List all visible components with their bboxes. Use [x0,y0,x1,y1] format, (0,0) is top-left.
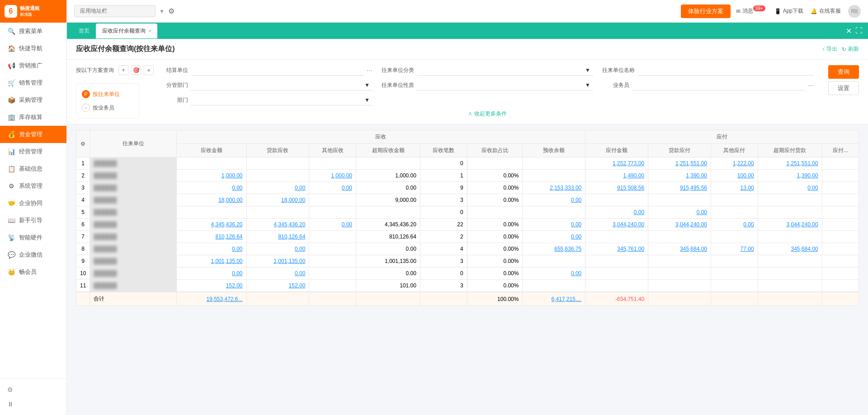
table-cell[interactable]: 1,390.00 [648,170,711,182]
sidebar-item-wechat[interactable]: 💬 企业微信 [0,246,66,263]
table-cell[interactable]: 1,001,135.00 [246,255,309,267]
table-cell[interactable]: 100.00 [711,170,758,182]
table-cell[interactable]: 915,508.56 [585,182,648,194]
sidebar-settings-btn[interactable]: ⚙ [0,382,66,397]
sidebar-item-finance[interactable]: 💰 资金管理 [0,126,66,143]
filter-option-salesman[interactable]: ○ 按业务员 [76,101,139,114]
table-cell[interactable]: 4,345,436.20 [246,219,309,231]
table-cell[interactable]: 152.00 [246,280,309,292]
table-cell[interactable]: 345,761.00 [585,243,648,255]
sidebar-item-quick-nav[interactable]: 🏠 快捷导航 [0,40,66,57]
sidebar-item-purchase[interactable]: 📦 采购管理 [0,91,66,109]
sidebar-item-collab[interactable]: 🤝 企业协同 [0,195,66,212]
table-cell[interactable]: 1,490.00 [585,170,648,182]
sidebar-item-warehouse[interactable]: 🏢 库存核算 [0,109,66,126]
footer-ar-amount[interactable]: 19,553,472.6... [176,292,246,306]
field-select-partner-nature[interactable]: ▼ [417,80,593,91]
settings-btn[interactable]: 设置 [828,81,859,95]
table-cell[interactable]: 13.00 [711,182,758,194]
collapse-more-btn[interactable]: ∧ 收起更多条件 [161,110,814,118]
table-cell[interactable]: 0.00 [246,182,309,194]
sidebar-item-operations[interactable]: 📊 经营管理 [0,143,66,160]
messages-btn[interactable]: ✉ 消息 99+ [736,7,767,15]
salesman-dots-icon[interactable]: ··· [808,81,814,90]
filter-target-btn[interactable]: 🎯 [131,65,141,75]
table-cell[interactable]: 0.00 [523,267,585,280]
table-cell[interactable]: 1,000.00 [309,170,356,182]
table-cell[interactable]: 0.00 [648,206,711,219]
table-cell[interactable]: 3,044,240.00 [758,219,822,231]
sidebar-item-sales[interactable]: 🛒 销售管理 [0,74,66,91]
sidebar-item-marketing[interactable]: 📢 营销推广 [0,57,66,74]
table-cell[interactable]: 1,251,551.00 [648,157,711,170]
sidebar-collapse-btn[interactable]: ⏸ [0,397,66,411]
table-cell[interactable]: 1,390.00 [758,170,822,182]
online-service-btn[interactable]: 🔔 在线客服 [811,7,841,15]
tab-close-icon[interactable]: × [148,28,151,33]
sidebar-item-guide[interactable]: 📖 新手引导 [0,212,66,229]
table-cell[interactable]: 0.00 [246,267,309,280]
table-cell[interactable]: 152.00 [176,280,246,292]
filter-collapse-btn[interactable]: « [144,65,154,75]
field-input-salesman[interactable] [632,80,805,91]
table-cell[interactable]: 655,636.75 [523,243,585,255]
field-select-dept[interactable]: ▼ [191,80,373,91]
table-cell[interactable]: 0.00 [523,231,585,243]
address-bar[interactable]: 应用地址栏 [74,5,156,17]
tab-close-window-icon[interactable]: ✕ [846,27,852,35]
table-cell[interactable]: 345,684.00 [648,243,711,255]
refresh-btn[interactable]: ↻ 刷新 [842,45,859,53]
filter-option-partner[interactable]: P 按往来单位 [76,87,139,101]
table-area[interactable]: ⚙ 往来单位 应收 应付 应收金额 贷款应收 其他应收 超期应收金额 应收笔数 … [67,124,868,415]
sidebar-item-system[interactable]: ⚙ 系统管理 [0,177,66,195]
table-cell[interactable]: 1,252,773.00 [585,157,648,170]
table-cell[interactable]: 0.00 [523,194,585,206]
gear-icon[interactable]: ⚙ [168,7,175,15]
footer-ar-advance[interactable]: 6,417,215.... [523,292,585,306]
sidebar-item-smart-hw[interactable]: 📡 智能硬件 [0,229,66,246]
sidebar-item-member[interactable]: 👑 畅会员 [0,263,66,281]
table-cell[interactable]: 0.00 [246,243,309,255]
tab-home[interactable]: 首页 [72,24,96,38]
table-cell[interactable]: 0.00 [585,206,648,219]
table-cell[interactable]: 3,044,240.00 [648,219,711,231]
table-cell[interactable]: 0.00 [176,182,246,194]
export-btn[interactable]: ↑ 导出 [822,45,837,53]
table-cell[interactable]: 18,000.00 [246,194,309,206]
table-cell[interactable]: 77.00 [711,243,758,255]
col-settings-header[interactable]: ⚙ [76,130,90,157]
app-download-btn[interactable]: 📱 App下载 [774,7,803,15]
tab-ar-ap[interactable]: 应收应付余额查询 × [96,24,157,38]
table-cell[interactable]: 0.00 [309,182,356,194]
sidebar-item-search-menu[interactable]: 🔍 搜索菜单 [0,23,66,40]
table-cell[interactable]: 1,001,135.00 [176,255,246,267]
table-cell[interactable]: 0.00 [309,219,356,231]
table-cell[interactable]: 0.00 [711,219,758,231]
field-select-sub-dept[interactable]: ▼ [191,95,373,105]
table-cell[interactable]: 2,153,333.00 [523,182,585,194]
table-cell[interactable]: 0.00 [523,219,585,231]
table-cell[interactable]: 0.00 [758,182,822,194]
settlement-dots-icon[interactable]: ··· [367,67,373,75]
chevron-down-icon[interactable]: ▼ [159,8,165,14]
table-cell[interactable]: 1,222.00 [711,157,758,170]
query-btn[interactable]: 查询 [828,65,859,79]
table-cell[interactable]: 4,345,436.20 [176,219,246,231]
user-avatar[interactable]: Rit [848,5,861,18]
table-cell[interactable]: 0.00 [176,267,246,280]
table-cell[interactable]: 810,126.64 [246,231,309,243]
table-cell[interactable]: 915,495.56 [648,182,711,194]
tab-expand-icon[interactable]: ⛶ [855,27,863,35]
field-input-settlement[interactable] [191,65,364,76]
table-cell[interactable]: 810,126.64 [176,231,246,243]
field-select-partner-category[interactable]: ▼ [417,65,593,76]
table-cell[interactable]: 3,044,240.00 [585,219,648,231]
industry-btn[interactable]: 体验行业方案 [681,5,731,18]
sidebar-item-basic-info[interactable]: 📋 基础信息 [0,160,66,177]
table-cell[interactable]: 1,000.00 [176,170,246,182]
table-cell[interactable]: 345,684.00 [758,243,822,255]
table-cell[interactable]: 0.00 [176,243,246,255]
add-filter-btn[interactable]: + [118,65,128,75]
table-cell[interactable]: 1,251,551.00 [758,157,822,170]
table-cell[interactable]: 18,000.00 [176,194,246,206]
